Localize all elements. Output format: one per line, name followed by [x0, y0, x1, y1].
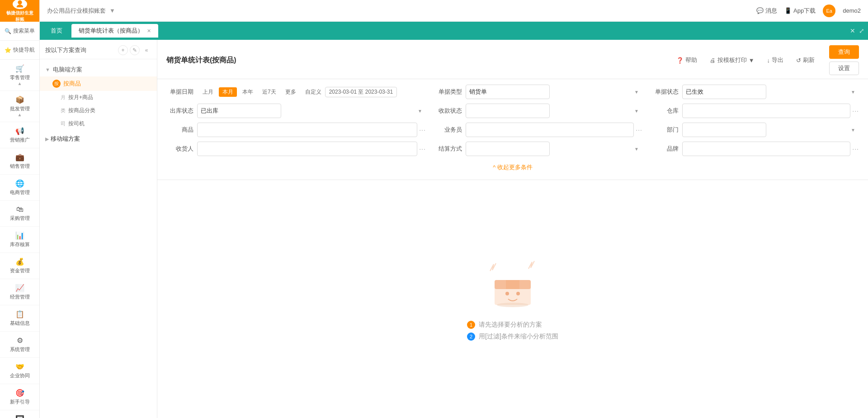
print-label: 按模板打印 — [717, 56, 747, 64]
recipient-input[interactable] — [197, 142, 417, 156]
sidebar-item-basic[interactable]: 📋 基础信息 — [0, 305, 39, 332]
query-btn[interactable]: 查询 — [829, 45, 859, 59]
warehouse-label: 仓库 — [651, 107, 679, 115]
add-scheme-btn[interactable]: + — [118, 45, 128, 55]
settlement-input[interactable] — [466, 142, 550, 156]
quick-nav-btn[interactable]: ⭐ 快捷导航 — [0, 44, 39, 56]
date-range-input[interactable]: 2023-03-01 至 2023-03-31 — [325, 87, 397, 97]
page-header: 销货单统计表(按商品) ❓ 帮助 🖨 按模板打印 ▼ ↓ 导出 — [157, 40, 868, 79]
edit-scheme-btn[interactable]: ✎ — [130, 45, 140, 55]
sidebar-item-onboarding[interactable]: 🎯 新手引导 — [0, 384, 39, 410]
date-range-value: 2023-03-01 至 2023-03-31 — [329, 88, 393, 96]
salesperson-dots[interactable]: ··· — [636, 126, 642, 133]
payment-status-input[interactable] — [466, 104, 550, 118]
date-tabs: 上月 本月 本年 近7天 更多 自定义 — [199, 87, 325, 97]
help-label: 帮助 — [685, 56, 697, 64]
warehouse-dots[interactable]: ··· — [852, 107, 859, 114]
app-download-btn[interactable]: 📱 App下载 — [784, 7, 816, 15]
dept-input[interactable] — [682, 123, 766, 137]
marketing-label: 营销推广 — [10, 137, 30, 143]
export-btn[interactable]: ↓ 导出 — [764, 54, 788, 66]
refresh-label: 刷新 — [803, 56, 815, 64]
sidebar-item-retail[interactable]: 🛒 零售管理 ▲ — [0, 60, 39, 91]
pc-section-label: 电脑端方案 — [53, 66, 82, 74]
filter-row-4: 收货人 ··· 结算方式 品牌 ··· — [166, 142, 859, 156]
date-tab-last-month[interactable]: 上月 — [199, 87, 217, 97]
search-section: 🔍 搜索菜单 — [0, 22, 39, 41]
wholesale-icon: 📦 — [15, 95, 24, 104]
salesperson-label: 业务员 — [435, 126, 462, 134]
warehouse-status-input[interactable] — [197, 104, 281, 118]
product-dots[interactable]: ··· — [419, 126, 426, 133]
username[interactable]: demo2 — [843, 7, 861, 14]
sidebar-item-sales[interactable]: 💼 销售管理 — [0, 148, 39, 175]
recipient-dots[interactable]: ··· — [419, 145, 426, 152]
svg-point-4 — [497, 303, 528, 307]
tab-expand-icon[interactable]: ⤢ — [859, 27, 864, 34]
logo[interactable]: 畅捷信好生意 标账 — [0, 0, 39, 22]
tree-item-by-product[interactable]: 按 按商品 — [40, 76, 157, 91]
main-content: 销货单统计表(按商品) ❓ 帮助 🖨 按模板打印 ▼ ↓ 导出 — [157, 40, 868, 418]
top-header: 办公用品行业模拟账套 ▼ 💬 消息 📱 App下载 Ea demo2 — [40, 0, 868, 22]
sidebar-item-procurement[interactable]: 🛍 采购管理 — [0, 201, 39, 227]
sidebar-item-marketing[interactable]: 📢 营销推广 — [0, 122, 39, 148]
payment-status-wrapper — [466, 104, 642, 118]
date-tab-last-7-days[interactable]: 近7天 — [259, 87, 280, 97]
mobile-section-header[interactable]: ▶ 移动端方案 — [40, 132, 157, 146]
bill-type-input[interactable] — [466, 85, 550, 99]
onboarding-label: 新手引导 — [10, 399, 30, 405]
date-tab-more[interactable]: 更多 — [282, 87, 300, 97]
bill-status-input[interactable] — [682, 85, 766, 99]
tab-home[interactable]: 首页 — [43, 24, 70, 38]
date-tab-custom[interactable]: 自定义 — [302, 87, 325, 97]
filter-panel-title: 按以下方案查询 — [45, 46, 86, 54]
message-icon: 💬 — [756, 7, 764, 14]
category-label: 按商品分类 — [68, 107, 95, 114]
date-tab-current-year[interactable]: 本年 — [239, 87, 257, 97]
settings-btn[interactable]: 设置 — [829, 62, 859, 75]
sidebar-item-wholesale[interactable]: 📦 批发管理 ▲ — [0, 91, 39, 122]
help-btn[interactable]: ❓ 帮助 — [673, 54, 701, 66]
refresh-btn[interactable]: ↺ 刷新 — [793, 54, 818, 66]
header-dropdown-icon[interactable]: ▼ — [109, 7, 115, 14]
date-tab-current-month[interactable]: 本月 — [219, 87, 237, 97]
logo-text: 畅捷信好生意 — [6, 10, 33, 16]
filter-row-1: 单据日期 上月 本月 本年 近7天 更多 自定义 2023- — [166, 85, 859, 99]
sidebar-item-enterprise[interactable]: 🤝 企业协同 — [0, 358, 39, 384]
message-btn[interactable]: 💬 消息 — [756, 7, 777, 15]
filter-panel-action-group: + ✎ « — [118, 45, 151, 55]
tree-item-by-month-product[interactable]: 月 按月+商品 — [40, 91, 157, 104]
warehouse-input[interactable] — [682, 104, 850, 118]
system-label: 系统管理 — [10, 346, 30, 353]
pc-section-header[interactable]: ▼ 电脑端方案 — [40, 63, 157, 76]
tab-close-all-icon[interactable]: ✕ — [850, 27, 855, 34]
sidebar-item-ecommerce[interactable]: 🌐 电商管理 — [0, 175, 39, 201]
date-field: 单据日期 上月 本月 本年 近7天 更多 自定义 2023- — [166, 87, 426, 97]
sidebar-item-apps[interactable]: 🔲 应用中心 — [0, 410, 39, 418]
panel-collapse-btn[interactable]: « — [142, 45, 151, 55]
avatar[interactable]: Ea — [823, 5, 835, 17]
brand-dots[interactable]: ··· — [852, 145, 859, 152]
product-input[interactable] — [197, 123, 417, 137]
tree-item-by-category[interactable]: 类 按商品分类 — [40, 104, 157, 117]
tree-item-by-clerk[interactable]: 司 按司机 — [40, 117, 157, 130]
filter-row-2: 出库状态 已出库 收款状态 — [166, 104, 859, 118]
sidebar-item-finance[interactable]: 💰 资金管理 — [0, 253, 39, 279]
procurement-icon: 🛍 — [16, 205, 24, 214]
sidebar-item-inventory[interactable]: 📊 库存核算 — [0, 227, 39, 253]
collapse-label: ^ 收起更多条件 — [493, 163, 533, 171]
collapse-btn[interactable]: ^ 收起更多条件 — [166, 161, 859, 174]
print-btn[interactable]: 🖨 按模板打印 ▼ — [706, 54, 758, 66]
search-menu-btn[interactable]: 🔍 搜索菜单 — [0, 25, 39, 37]
tab-sales-report[interactable]: 销货单统计表（按商品） ✕ — [71, 24, 158, 38]
sales-icon: 💼 — [15, 153, 24, 162]
tab-close-btn[interactable]: ✕ — [147, 28, 151, 34]
app-download-label: App下载 — [793, 7, 816, 15]
salesperson-input[interactable] — [466, 123, 634, 137]
sidebar-item-system[interactable]: ⚙ 系统管理 — [0, 332, 39, 358]
by-product-icon: 按 — [52, 80, 61, 88]
sidebar-item-operations[interactable]: 📈 经营管理 — [0, 279, 39, 305]
finance-label: 资金管理 — [10, 267, 30, 274]
svg-point-6 — [516, 292, 520, 295]
brand-input[interactable] — [682, 142, 850, 156]
